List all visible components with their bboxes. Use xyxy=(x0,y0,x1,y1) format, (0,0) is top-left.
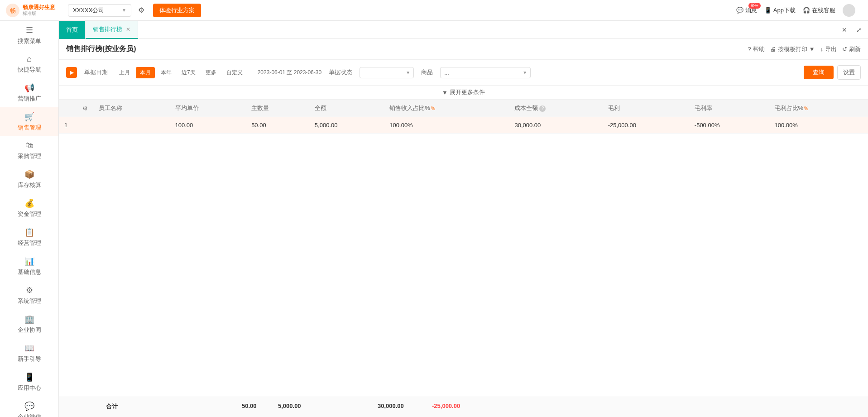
expand-label: 展开更多条件 xyxy=(450,88,485,96)
footer-total-label: 合计 xyxy=(101,400,191,413)
toggle-arrow-button[interactable]: ▶ xyxy=(66,67,77,78)
th-gross: 毛利 xyxy=(603,100,689,117)
sidebar-item-finance[interactable]: 💰 资金管理 xyxy=(0,194,58,223)
sidebar-item-label: 销售管理 xyxy=(18,124,41,132)
online-service-button[interactable]: 🎧 在线客服 xyxy=(803,6,835,14)
sidebar-item-search[interactable]: ☰ 搜索菜单 xyxy=(0,21,58,50)
sidebar-item-apps[interactable]: 📱 应用中心 xyxy=(0,368,58,397)
sidebar-item-marketing[interactable]: 📢 营销推广 xyxy=(0,78,58,107)
footer-label xyxy=(64,400,101,413)
trial-button[interactable]: 体验行业方案 xyxy=(153,4,201,17)
tab-sales-ranking[interactable]: 销售排行榜 ✕ xyxy=(86,21,138,39)
date-tab-7days[interactable]: 近7天 xyxy=(177,67,200,78)
export-icon: ↓ xyxy=(820,46,824,53)
purchase-icon: 🛍 xyxy=(25,141,34,150)
company-selector[interactable]: XXXXX公司 ▼ xyxy=(68,4,131,17)
app-download-button[interactable]: 📱 App下载 xyxy=(764,6,796,14)
sidebar-item-label: 资金管理 xyxy=(18,210,41,218)
status-label: 单据状态 xyxy=(329,68,352,77)
enterprise-icon: 🏢 xyxy=(24,314,34,324)
td-sales-pct: 100.00% xyxy=(384,117,509,134)
filter-row: ▶ 单据日期 上月 本月 本年 近7天 更多 自定义 2023 xyxy=(66,65,861,80)
td-gross: -25,000.00 xyxy=(603,117,689,134)
filter-area: ▶ 单据日期 上月 本月 本年 近7天 更多 自定义 2023 xyxy=(59,60,868,86)
footer-sales-pct xyxy=(318,400,372,413)
date-tab-custom[interactable]: 自定义 xyxy=(222,67,247,78)
expand-button[interactable]: ▼ 展开更多条件 xyxy=(442,88,485,96)
sidebar-item-wechat[interactable]: 💬 企业微信 xyxy=(0,397,58,417)
sidebar-item-base[interactable]: 📊 基础信息 xyxy=(0,252,58,281)
td-settings xyxy=(77,117,93,134)
tab-close-button[interactable]: ✕ xyxy=(839,24,850,35)
table-container: ⚙ 员工名称 平均单价 主数量 全额 销售收入占比%% 成本全 xyxy=(59,100,868,396)
print-arrow-icon: ▼ xyxy=(809,46,815,53)
headset-icon: 🎧 xyxy=(803,7,810,14)
th-amount: 全额 xyxy=(309,100,384,117)
sidebar-item-label: 营销推广 xyxy=(18,95,41,103)
sidebar-item-inventory[interactable]: 📦 库存核算 xyxy=(0,165,58,194)
logo-title: 畅康通好生意 xyxy=(23,4,55,10)
footer-cost: 30,000.00 xyxy=(372,400,427,413)
page-wrapper: 销售排行榜(按业务员) ? 帮助 🖨 按模板打印 ▼ xyxy=(59,39,868,417)
sales-pct-icon[interactable]: % xyxy=(431,106,435,111)
refresh-button[interactable]: ↺ 刷新 xyxy=(842,45,861,53)
footer-row: 合计 50.00 5,000.00 30,000.00 -25,000.00 xyxy=(64,400,863,413)
logo-area: 畅 畅康通好生意 标准版 xyxy=(5,3,64,18)
sidebar: ☰ 搜索菜单 ⌂ 快捷导航 📢 营销推广 🛒 销售管理 🛍 采购管理 📦 库 xyxy=(0,21,59,417)
export-button[interactable]: ↓ 导出 xyxy=(820,45,837,53)
sidebar-item-enterprise[interactable]: 🏢 企业协同 xyxy=(0,310,58,339)
sidebar-item-nav[interactable]: ⌂ 快捷导航 xyxy=(0,50,58,78)
footer-gross: -25,000.00 xyxy=(427,400,472,413)
inventory-icon: 📦 xyxy=(24,169,34,179)
status-select[interactable] xyxy=(360,67,414,78)
td-cost: 30,000.00 xyxy=(509,117,602,134)
page-title: 销售排行榜(按业务员) xyxy=(66,44,748,54)
table-header-row: ⚙ 员工名称 平均单价 主数量 全额 销售收入占比%% 成本全 xyxy=(59,100,868,117)
template-print-button[interactable]: 🖨 按模板打印 ▼ xyxy=(770,45,815,53)
svg-text:畅: 畅 xyxy=(10,7,16,14)
settings-button[interactable]: 设置 xyxy=(837,65,861,80)
message-button[interactable]: 💬 消息 99+ xyxy=(736,6,757,14)
sidebar-item-label: 快捷导航 xyxy=(18,66,41,74)
app-download-label: App下载 xyxy=(773,6,796,14)
avatar[interactable] xyxy=(843,4,855,17)
tab-home[interactable]: 首页 xyxy=(59,21,86,39)
export-label: 导出 xyxy=(825,45,837,53)
tab-sales-ranking-label: 销售排行榜 xyxy=(93,25,122,34)
date-tab-prev-month[interactable]: 上月 xyxy=(115,67,134,78)
tab-expand-button[interactable]: ⤢ xyxy=(854,24,864,35)
td-qty: 50.00 xyxy=(246,117,309,134)
logo-subtitle: 标准版 xyxy=(23,11,55,16)
td-avg-price: 100.00 xyxy=(170,117,246,134)
sidebar-item-guide[interactable]: 📖 新手引导 xyxy=(0,339,58,368)
sidebar-item-label: 新手引导 xyxy=(18,355,41,363)
tab-actions: ✕ ⤢ xyxy=(839,24,868,35)
sidebar-item-system[interactable]: ⚙ 系统管理 xyxy=(0,281,58,310)
sidebar-item-purchase[interactable]: 🛍 采购管理 xyxy=(0,136,58,165)
th-avg-price: 平均单价 xyxy=(170,100,246,117)
date-tab-more[interactable]: 更多 xyxy=(201,67,221,78)
sidebar-item-label: 搜索菜单 xyxy=(18,37,41,45)
th-name: 员工名称 xyxy=(93,100,170,117)
guide-icon: 📖 xyxy=(24,343,34,353)
sidebar-item-label: 应用中心 xyxy=(18,384,41,392)
help-icon: ? xyxy=(748,46,751,53)
date-range: 2023-06-01 至 2023-06-30 xyxy=(258,69,321,77)
th-settings[interactable]: ⚙ xyxy=(77,100,93,117)
sidebar-item-sales[interactable]: 🛒 销售管理 xyxy=(0,107,58,136)
td-rank: 1 xyxy=(59,117,77,134)
gross-pct-icon[interactable]: % xyxy=(804,106,808,111)
cost-tip-icon[interactable]: ? xyxy=(539,105,546,112)
gear-button[interactable]: ⚙ xyxy=(135,4,148,17)
expand-row: ▼ 展开更多条件 xyxy=(59,86,868,100)
sidebar-item-operations[interactable]: 📋 经营管理 xyxy=(0,223,58,252)
query-button[interactable]: 查询 xyxy=(804,66,834,79)
date-tab-current-month[interactable]: 本月 xyxy=(136,67,155,78)
goods-input[interactable] xyxy=(440,67,531,78)
system-icon: ⚙ xyxy=(26,285,33,295)
main-content: 销售排行榜(按业务员) ? 帮助 🖨 按模板打印 ▼ xyxy=(59,39,868,417)
date-tab-current-year[interactable]: 本年 xyxy=(157,67,176,78)
help-button[interactable]: ? 帮助 xyxy=(748,45,764,53)
tab-close-icon[interactable]: ✕ xyxy=(126,26,130,33)
goods-select-wrapper xyxy=(440,67,531,78)
